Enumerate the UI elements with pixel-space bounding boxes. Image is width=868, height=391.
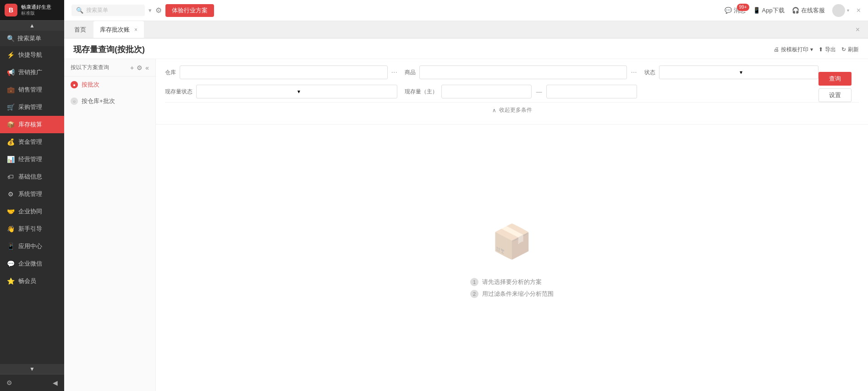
sidebar-item-search[interactable]: 🔍 搜索菜单 [0,31,64,46]
scheme-settings-icon[interactable]: ⚙ [137,64,143,71]
filter-status: 状态 ▾ [644,65,819,79]
export-btn[interactable]: ⬆ 导出 [819,46,836,54]
sidebar-item-purchase[interactable]: 🛒 采购管理 [0,98,64,116]
sidebar-item-inventory[interactable]: 📦 库存核算 [0,116,64,133]
sidebar-item-appcenter[interactable]: 📱 应用中心 [0,238,64,255]
sidebar-item-vip[interactable]: ⭐ 畅会员 [0,272,64,290]
settings-topbar-icon[interactable]: ⚙ [155,6,162,15]
inventory-qty-max[interactable] [546,85,637,98]
newguide-icon: 👋 [6,225,15,233]
print-label: 按模板打印 [781,46,808,54]
sidebar-item-system[interactable]: ⚙ 系统管理 [0,185,64,203]
sidebar-item-quicknav[interactable]: ⚡ 快捷导航 [0,46,64,64]
status-dropdown[interactable]: ▾ [659,65,819,79]
warehouse-input[interactable] [180,65,388,79]
tab-home[interactable]: 首页 [68,21,93,38]
cooperation-icon: 🤝 [6,207,15,216]
scheme-panel: 按以下方案查询 + ⚙ « ● 按批次 ○ 按仓库+批次 [64,59,156,391]
print-icon: 🖨 [774,46,779,53]
inventory-status-chevron-icon: ▾ [297,88,393,95]
user-avatar-btn[interactable]: ▾ [832,4,849,17]
topbar: 🔍 搜索菜单 ▾ ⚙ 体验行业方案 💬 消息 99+ 📱 App下载 🎧 在线客… [64,0,868,21]
sidebar-item-operations[interactable]: 📊 经营管理 [0,151,64,168]
company-name: 畅康通好生意 [21,4,51,10]
sidebar-item-baseinfo[interactable]: 🏷 基础信息 [0,168,64,185]
system-icon: ⚙ [6,190,15,198]
tip-2-num: 2 [470,290,478,298]
app-logo: B [5,4,17,16]
sidebar-nav: 🔍 搜索菜单 ⚡ 快捷导航 📢 营销推广 💼 销售管理 🛒 采购管理 📦 库存核… [0,31,64,364]
scheme-item-label-0: 按批次 [82,81,99,89]
tab-side-close-btn[interactable]: × [851,21,864,38]
sidebar-item-sales[interactable]: 💼 销售管理 [0,81,64,98]
inventory-qty-range: — [441,85,637,98]
tabbar: 首页 库存批次账 × × [64,21,868,38]
close-right-icon: × [856,26,860,34]
scheme-add-icon[interactable]: + [130,64,134,71]
scheme-item-1[interactable]: ○ 按仓库+批次 [64,93,155,109]
collapse-bar[interactable]: ∧ 收起更多条件 [165,102,859,118]
sidebar-item-label: 应用中心 [18,242,42,250]
messages-btn[interactable]: 💬 消息 99+ [725,6,746,15]
filter-row-1: 仓库 ··· 商品 ··· [165,65,859,102]
page-header: 现存量查询(按批次) 🖨 按模板打印 ▾ ⬆ 导出 ↻ 刷新 [64,38,868,59]
sidebar-item-newguide[interactable]: 👋 新手引导 [0,220,64,238]
export-label: 导出 [825,46,836,54]
scheme-collapse-icon[interactable]: « [145,64,149,71]
inventory-status-dropdown[interactable]: ▾ [196,85,397,98]
sidebar-item-label: 新手引导 [18,225,42,233]
collapse-icon: ∧ [492,107,496,114]
scroll-up-btn[interactable]: ▲ [0,21,64,31]
tip-1-num: 1 [470,278,478,286]
query-btn[interactable]: 查询 [819,72,852,86]
sidebar-item-finance[interactable]: 💰 资金管理 [0,133,64,151]
close-panel-btn[interactable]: × [857,6,861,15]
refresh-btn[interactable]: ↻ 刷新 [841,46,859,54]
sidebar-item-marketing[interactable]: 📢 营销推广 [0,64,64,81]
empty-illustration: 📦 [491,222,533,261]
chevron-down-icon: ▾ [148,7,152,14]
product-dots[interactable]: ··· [631,68,637,76]
scheme-item-0[interactable]: ● 按批次 [64,76,155,93]
phone-icon: 📱 [753,7,760,14]
filter-inventory-qty: 现存量（主） — [405,85,637,98]
scroll-down-btn[interactable]: ▼ [0,364,64,374]
quicknav-icon: ⚡ [6,51,15,59]
tab-close-icon[interactable]: × [134,27,137,33]
product-input[interactable] [419,65,627,79]
sidebar-item-label: 企业微信 [18,260,42,268]
sidebar-item-label: 营销推广 [18,68,42,76]
trial-btn[interactable]: 体验行业方案 [165,4,214,17]
edition-label: 标准版 [21,10,51,16]
sidebar-item-label: 搜索菜单 [17,34,41,43]
scheme-panel-title: 按以下方案查询 [71,64,109,71]
product-label: 商品 [405,69,416,76]
tab-inventory-batch[interactable]: 库存批次账 × [93,21,144,38]
online-service-btn[interactable]: 🎧 在线客服 [792,6,825,15]
weixin-icon: 💬 [6,260,15,268]
sidebar-item-label: 企业协同 [18,207,42,216]
settings-icon[interactable]: ⚙ [6,379,12,386]
collapse-sidebar-icon[interactable]: ◀ [53,379,58,386]
search-icon: 🔍 [6,34,15,43]
sales-icon: 💼 [6,86,15,94]
empty-tips: 1 请先选择要分析的方案 2 用过滤条件来缩小分析范围 [470,278,554,302]
message-icon: 💬 [725,7,732,14]
print-btn[interactable]: 🖨 按模板打印 ▾ [774,46,813,54]
tab-active-label: 库存批次账 [100,26,130,34]
inventory-qty-min[interactable] [441,85,532,98]
app-download-btn[interactable]: 📱 App下载 [753,6,785,15]
query-area: 仓库 ··· 商品 ··· [156,59,868,391]
topbar-left: 🔍 搜索菜单 ▾ ⚙ 体验行业方案 [71,4,720,17]
qty-separator: — [534,88,544,95]
empty-state: 📦 1 请先选择要分析的方案 2 用过滤条件来缩小分析范围 [156,125,868,391]
filter-row-top: 仓库 ··· 商品 ··· [165,65,819,79]
main-area: 🔍 搜索菜单 ▾ ⚙ 体验行业方案 💬 消息 99+ 📱 App下载 🎧 在线客… [64,0,868,391]
warehouse-dots[interactable]: ··· [391,68,397,76]
settings-btn[interactable]: 设置 [819,88,852,102]
sidebar-item-label: 系统管理 [18,190,42,198]
menu-search-box[interactable]: 🔍 搜索菜单 [71,5,145,16]
sidebar-item-label: 基础信息 [18,173,42,181]
sidebar-item-weixin[interactable]: 💬 企业微信 [0,255,64,272]
sidebar-item-cooperation[interactable]: 🤝 企业协同 [0,203,64,220]
